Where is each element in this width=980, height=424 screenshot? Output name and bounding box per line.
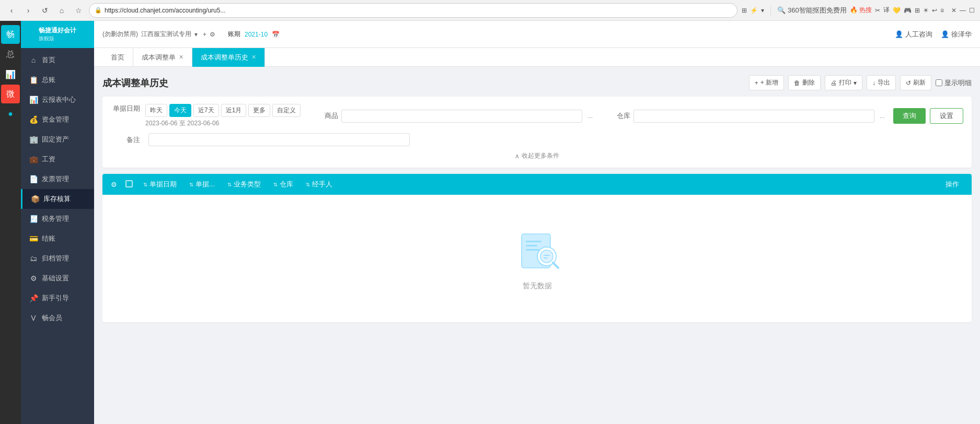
date-btn-更多[interactable]: 更多 bbox=[248, 104, 270, 117]
translate-icon[interactable]: 译 bbox=[883, 6, 890, 15]
dropdown-icon[interactable]: ▾ bbox=[761, 7, 764, 14]
export-btn[interactable]: ↓ 导出 bbox=[867, 75, 896, 90]
minimize-icon[interactable]: — bbox=[960, 7, 966, 14]
brightness-icon[interactable]: ☀ bbox=[923, 7, 929, 14]
company-info: (勿删勿禁用) 江西服宝测试专用 ▾ + ⚙ bbox=[102, 30, 215, 39]
user-info[interactable]: 👤 徐泽华 bbox=[941, 30, 972, 39]
sidebar-item-guide[interactable]: 📌 新手引导 bbox=[21, 288, 94, 308]
close-icon[interactable]: ✕ bbox=[951, 7, 956, 14]
goods-input[interactable] bbox=[346, 112, 503, 120]
forward-btn[interactable]: › bbox=[22, 4, 34, 17]
delete-icon: 🗑 bbox=[794, 79, 800, 87]
filter-settings-btn[interactable]: 设置 bbox=[930, 108, 963, 124]
hot-icon[interactable]: 🔥 热搜 bbox=[850, 6, 872, 15]
col-header-date[interactable]: ⇅ 单据日期 bbox=[137, 180, 183, 189]
sidebar-icon-payroll: 💼 bbox=[29, 155, 38, 163]
rail-item-5[interactable]: ● bbox=[1, 104, 20, 123]
select-all-checkbox[interactable] bbox=[125, 180, 133, 187]
sidebar-item-inventory[interactable]: 📦 库存核算 bbox=[21, 189, 94, 209]
rail-item-1[interactable]: 畅 bbox=[1, 25, 20, 44]
sidebar-item-settlement[interactable]: 💳 结账 bbox=[21, 229, 94, 249]
show-cols-label[interactable]: 显示明细 bbox=[936, 78, 972, 88]
url-bar[interactable]: 🔒 https://cloud.chanjet.com/accounting/u… bbox=[89, 3, 737, 18]
date-btn-近7天[interactable]: 近7天 bbox=[193, 104, 219, 117]
company-dropdown[interactable]: ▾ bbox=[194, 31, 198, 38]
date-btn-自定义[interactable]: 自定义 bbox=[272, 104, 301, 117]
tab-close-cost-adjust-history[interactable]: ✕ bbox=[251, 54, 256, 61]
collapse-btn[interactable]: ∧ 收起更多条件 bbox=[111, 151, 963, 160]
grid-icon[interactable]: ⊞ bbox=[915, 7, 920, 14]
sidebar-label-invoices: 发票管理 bbox=[42, 174, 69, 184]
consulting-btn[interactable]: 👤 人工咨询 bbox=[895, 30, 932, 39]
sidebar-item-funds[interactable]: 💰 资金管理 bbox=[21, 110, 94, 129]
calendar-icon[interactable]: 📅 bbox=[272, 31, 280, 38]
refresh-btn[interactable]: ↺ bbox=[39, 4, 51, 17]
home-btn[interactable]: ⌂ bbox=[55, 4, 68, 17]
search-icon[interactable]: 🔍 360智能抠图免费用 bbox=[777, 6, 846, 15]
back-btn[interactable]: ‹ bbox=[5, 4, 18, 17]
refresh-btn[interactable]: ↺ 刷新 bbox=[900, 75, 931, 90]
company-settings-icon[interactable]: ⚙ bbox=[210, 31, 215, 38]
col-header-number[interactable]: ⇅ 单据... bbox=[183, 180, 221, 189]
remark-input[interactable] bbox=[153, 136, 320, 144]
sidebar-item-tax[interactable]: 🧾 税务管理 bbox=[21, 209, 94, 229]
sidebar-label-reports: 云报表中心 bbox=[42, 95, 76, 104]
wallet-icon[interactable]: 💛 bbox=[893, 7, 901, 14]
undo-icon[interactable]: ↩ bbox=[932, 7, 937, 14]
date-btn-今天[interactable]: 今天 bbox=[169, 104, 191, 117]
date-group: 昨天今天近7天近1月更多自定义 2023-06-06 至 2023-06-06 bbox=[145, 104, 301, 128]
tab-cost-adjust[interactable]: 成本调整单✕ bbox=[133, 48, 192, 67]
sidebar-label-fixed-assets: 固定资产 bbox=[42, 135, 69, 144]
date-btn-昨天[interactable]: 昨天 bbox=[145, 104, 167, 117]
query-btn[interactable]: 查询 bbox=[893, 108, 926, 124]
sidebar-item-payroll[interactable]: 💼 工资 bbox=[21, 149, 94, 169]
url-text: https://cloud.chanjet.com/accounting/uru… bbox=[105, 7, 225, 14]
table-gear-btn[interactable]: ⚙ bbox=[107, 177, 121, 192]
more-icon[interactable]: ≡ bbox=[940, 7, 944, 14]
col-header-warehouse[interactable]: ⇅ 仓库 bbox=[267, 180, 299, 189]
warehouse-more-icon[interactable]: ... bbox=[880, 112, 885, 120]
add-company-btn[interactable]: + bbox=[203, 31, 206, 38]
star-btn[interactable]: ☆ bbox=[72, 4, 85, 17]
col-label-type: 业务类型 bbox=[234, 180, 261, 189]
tab-home[interactable]: 首页 bbox=[102, 48, 133, 67]
delete-btn[interactable]: 🗑 删除 bbox=[788, 75, 821, 90]
tab-label-home: 首页 bbox=[111, 53, 124, 62]
sidebar-item-ledger[interactable]: 📋 总账 bbox=[21, 70, 94, 90]
goods-more-icon[interactable]: ... bbox=[587, 112, 593, 120]
sidebar-item-settings[interactable]: ⚙ 基础设置 bbox=[21, 268, 94, 288]
scissors-icon[interactable]: ✂ bbox=[875, 7, 880, 14]
sidebar-icon-reports: 📊 bbox=[29, 96, 38, 104]
sort-icon-operator: ⇅ bbox=[306, 182, 310, 187]
collapse-area: ∧ 收起更多条件 bbox=[111, 151, 963, 160]
sidebar-item-reports[interactable]: 📊 云报表中心 bbox=[21, 90, 94, 110]
sidebar-item-invoices[interactable]: 📄 发票管理 bbox=[21, 169, 94, 189]
print-btn[interactable]: 🖨 打印 ▾ bbox=[825, 75, 862, 90]
svg-line-6 bbox=[553, 263, 558, 268]
tab-cost-adjust-history[interactable]: 成本调整单历史✕ bbox=[192, 48, 265, 67]
rail-item-3[interactable]: 📊 bbox=[1, 65, 20, 84]
tab-close-cost-adjust[interactable]: ✕ bbox=[179, 54, 183, 61]
new-btn[interactable]: + + 新增 bbox=[749, 75, 784, 90]
sidebar-item-archive[interactable]: 🗂 归档管理 bbox=[21, 249, 94, 268]
main-content: (勿删勿禁用) 江西服宝测试专用 ▾ + ⚙ 账期 2021-10 📅 👤 人工… bbox=[94, 21, 980, 424]
extension-icon[interactable]: ⊞ bbox=[742, 7, 747, 14]
table-checkbox-all[interactable] bbox=[125, 180, 133, 189]
company-name: 江西服宝测试专用 bbox=[141, 30, 191, 39]
maximize-icon[interactable]: ☐ bbox=[969, 7, 975, 14]
game-icon[interactable]: 🎮 bbox=[904, 7, 912, 14]
page-actions: + + 新增 🗑 删除 🖨 打印 ▾ ↓ 导出 bbox=[749, 75, 972, 90]
col-header-type[interactable]: ⇅ 业务类型 bbox=[221, 180, 267, 189]
lightning-icon[interactable]: ⚡ bbox=[750, 7, 758, 14]
lock-icon: 🔒 bbox=[95, 7, 102, 14]
sidebar-item-home[interactable]: ⌂ 首页 bbox=[21, 50, 94, 70]
rail-item-2[interactable]: 总 bbox=[1, 45, 20, 64]
empty-text: 暂无数据 bbox=[523, 281, 552, 291]
warehouse-input[interactable] bbox=[638, 112, 795, 120]
rail-item-4[interactable]: 微 bbox=[1, 85, 20, 103]
date-btn-近1月[interactable]: 近1月 bbox=[221, 104, 247, 117]
sidebar-item-member[interactable]: V 畅会员 bbox=[21, 308, 94, 328]
sidebar-item-fixed-assets[interactable]: 🏢 固定资产 bbox=[21, 129, 94, 149]
show-cols-checkbox[interactable] bbox=[936, 79, 942, 86]
col-header-operator[interactable]: ⇅ 经手人 bbox=[299, 180, 339, 189]
